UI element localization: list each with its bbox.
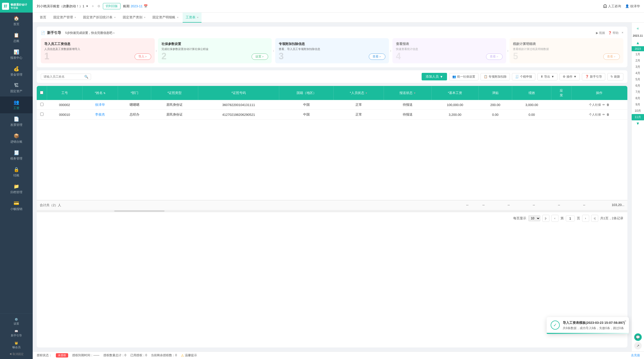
wizard-step4-btn[interactable]: 查看＞ [486,54,503,60]
help-link[interactable]: ❓ 帮助 [608,31,619,35]
month-5[interactable]: 5月 [632,76,644,83]
month-10[interactable]: 10月 [632,108,644,114]
sidebar-item-funds[interactable]: 💰 资金管理 [0,63,33,80]
invoice-icon: 📄 [14,116,19,122]
user-profile[interactable]: 👤 徐泽华 [625,4,640,9]
social-ins-btn-2[interactable]: 个人社保 [589,113,601,117]
tab-close-asset-detail[interactable]: × [177,16,178,19]
month-9[interactable]: 9月 [632,101,644,108]
logo-icon: 好 [2,3,9,10]
switch-version-btn[interactable]: 切到旧版 [103,3,120,9]
account-selector[interactable]: 刘小艳演示账套（勿删勿动！）1 ▼ [37,4,88,9]
edit-btn-1[interactable]: ✏ [602,103,605,107]
row-checkbox-1[interactable] [37,100,47,110]
panel-collapse-btn[interactable]: « [636,25,640,32]
wizard-step3-btn[interactable]: 查看＞ [369,54,385,60]
sidebar-item-settings[interactable]: ⚙️ 设置 [2,316,31,328]
export-btn[interactable]: ⬆ 导出 ▼ [537,73,557,80]
tab-asset-detail[interactable]: 固定资产明细账 × [149,13,181,23]
tab-depreciation[interactable]: 固定资产折旧统计表 × [80,13,118,23]
sidebar-item-archive[interactable]: 📁 归档管理 [0,181,33,197]
horizontal-scrollbar[interactable] [37,210,627,212]
recharge-link[interactable]: 去充值 [631,353,640,357]
delete-btn-2[interactable]: 🗑 [607,113,610,116]
operations-btn[interactable]: ⚙ 操作 ▼ [559,73,580,80]
scrollbar-thumb[interactable] [114,211,165,212]
tab-close-fixed-assets[interactable]: × [74,16,76,19]
chat-icon[interactable]: 💬 [634,333,642,341]
sidebar-item-fixed-assets[interactable]: 🏗 固定资产 [0,80,33,96]
share-icon[interactable]: ↗ [634,342,642,349]
checkbox-2[interactable] [40,113,44,116]
year-up-btn[interactable]: ▲ [635,40,641,46]
beginner-guide-btn[interactable]: ❓ 新手引导 [582,73,605,80]
wizard-step1-btn[interactable]: 导入＞ [135,54,151,60]
tab-payroll[interactable]: 工资表 × [183,13,202,23]
select-all-checkbox[interactable] [40,91,43,94]
settings-icon-topbar[interactable]: ⚙ [97,4,100,8]
tab-close-asset-type[interactable]: × [144,16,145,19]
first-page-btn[interactable]: |‹ [542,215,549,222]
month-3[interactable]: 3月 [632,64,644,70]
tab-fixed-assets[interactable]: 固定资产管理 × [50,13,79,23]
row-checkbox-2[interactable] [37,110,47,120]
add-account-icon[interactable]: ＋ [91,4,95,9]
sidebar-item-guide[interactable]: 📖 新手引导 [2,328,31,339]
tab-close-payroll[interactable]: × [197,16,198,19]
special-deduction-btn[interactable]: 📋 专项附加扣除 [480,73,510,80]
tab-asset-type[interactable]: 固定资产类别 × [120,13,148,23]
tax-report-btn[interactable]: 🧾 个税申报 [512,73,535,80]
pagination: 每页显示 10 20 50 |‹ ‹ 第 页 › ›| 共1页，2条记录 [37,212,627,224]
month-6[interactable]: 6月 [632,83,644,89]
page-input[interactable] [566,216,575,221]
sidebar-item-home[interactable]: 🏠 首页 [0,13,33,29]
search-icon[interactable]: 🔍 [84,75,88,79]
search-box[interactable]: 🔍 [41,74,91,80]
ops-icon: ⚙ [563,75,566,78]
sidebar-item-invoice[interactable]: 📄 发票管理 [0,113,33,130]
month-4[interactable]: 4月 [632,70,644,76]
search-input[interactable] [44,75,83,78]
sidebar-item-inventory[interactable]: 📦 进销台账 [0,130,33,147]
sidebar-toggle[interactable]: ◀ 取消固定 [2,351,31,357]
notif-content: 导入工资表模板(2023-03-23 15:07:59.897) 共9条数据，成… [563,321,625,330]
refresh-btn[interactable]: ↻ 刷新 [607,73,623,80]
cell-name-1[interactable]: 徐泽华 [82,100,118,110]
sidebar-item-member[interactable]: 👑 畅会员 [2,339,31,351]
month-2[interactable]: 2月 [632,58,644,64]
next-page-btn[interactable]: › [582,215,589,222]
period-selector[interactable]: 账期 2023-11 📅 [123,4,148,9]
tab-close-depreciation[interactable]: × [114,16,115,19]
per-page-select[interactable]: 10 20 50 [528,215,540,221]
checkbox-1[interactable] [40,103,44,106]
month-8[interactable]: 8月 [632,95,644,101]
social-ins-btn-1[interactable]: 个人社保 [589,103,601,107]
add-employee-btn[interactable]: 添加人员 ▼ [422,73,447,80]
delete-btn-1[interactable]: 🗑 [607,103,610,107]
prev-page-btn[interactable]: ‹ [551,215,558,222]
wizard-close-btn[interactable]: × [622,31,623,35]
year-down-btn[interactable]: ▼ [635,120,641,127]
tab-home[interactable]: 首页 [37,13,49,23]
sidebar-item-close[interactable]: 🔒 结账 [0,164,33,181]
sidebar-item-reports[interactable]: 📊 报表中心 [0,46,33,63]
month-11[interactable]: 11月 [632,114,644,120]
edit-btn-2[interactable]: ✏ [602,113,605,116]
video-link[interactable]: ▶ 视频 [596,31,605,35]
cell-name-2[interactable]: 李俊杰 [82,110,118,120]
sidebar-item-payroll[interactable]: 👥 工资 [0,96,33,113]
consultant-btn[interactable]: 🎧 人工咨询 [603,4,621,9]
sidebar-item-tax[interactable]: 🧾 税务管理 [0,147,33,164]
wizard-step5-btn[interactable]: 查看＞ [603,54,620,60]
wizard-steps: 导入员工工资信息 人员信息及工资数据新增导入 1 导入＞ › 社保参数设置 完成… [41,38,623,63]
wizard-step2-btn[interactable]: 设置＞ [252,54,268,60]
social-insurance-btn[interactable]: 👥 统一社保设置 [449,73,478,80]
last-page-btn[interactable]: ›| [591,215,598,222]
select-all-header[interactable] [37,86,47,100]
sidebar-item-expense[interactable]: 💳 小畅报销 [0,197,33,214]
notif-close-btn[interactable]: × [624,319,626,323]
month-7[interactable]: 7月 [632,89,644,95]
month-1[interactable]: 1月 [632,51,644,58]
cell-idtype-2: 居民身份证 [151,110,198,120]
sidebar-item-ledger[interactable]: 📋 总账 [0,29,33,46]
